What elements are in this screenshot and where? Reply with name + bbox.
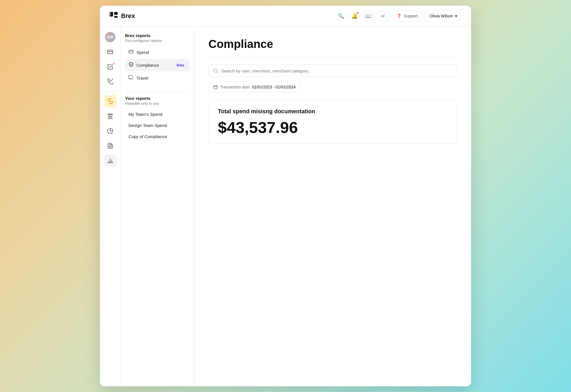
copy-compliance-label: Copy of Compliance <box>128 134 186 139</box>
travel-icon <box>128 75 134 81</box>
avatar: OW <box>105 32 115 42</box>
date-filter-value: 01/01/2023 - 01/01/2024 <box>252 85 296 89</box>
calendar-icon <box>213 85 218 89</box>
sidebar-icon-pie[interactable] <box>104 125 116 137</box>
ai-label: ai <box>381 13 385 18</box>
bookmark-icon: 📖 <box>365 13 371 19</box>
user-menu-button[interactable]: Olivia Wilson ▾ <box>425 10 462 22</box>
bookmarks-button[interactable]: 📖 <box>363 10 374 22</box>
body-layout: OW <box>100 26 471 386</box>
sidebar-item-compliance[interactable]: Compliance Beta <box>125 59 190 71</box>
logo-text: Brex <box>121 12 135 20</box>
chevron-down-icon: ▾ <box>455 14 457 18</box>
your-reports-title: Your reports <box>125 96 190 101</box>
your-reports-section: Your reports Viewable only to you My Tea… <box>120 96 194 142</box>
svg-marker-14 <box>107 114 112 115</box>
compliance-beta-badge: Beta <box>174 63 186 68</box>
sidebar-item-compliance-label: Compliance <box>136 63 172 68</box>
sidebar-nav-divider <box>125 91 190 91</box>
design-team-spend-label: Design Team Spend <box>128 123 186 128</box>
sidebar-nav: Brex reports Pre-configured reports Spen… <box>120 26 195 386</box>
brex-reports-section: Brex reports Pre-configured reports Spen… <box>120 33 194 84</box>
search-button[interactable]: 🔍 <box>335 10 347 22</box>
date-filter-label: Transaction date <box>220 85 250 89</box>
filter-row: Transaction date 01/01/2023 - 01/01/2024 <box>208 82 457 92</box>
sidebar-item-travel-label: Travel <box>136 76 186 80</box>
sidebar-icons: OW <box>100 26 120 386</box>
search-bar-icon <box>213 68 218 73</box>
svg-rect-2 <box>114 16 118 18</box>
question-icon: ❓ <box>397 14 401 18</box>
sidebar-icon-travel[interactable] <box>104 75 116 88</box>
sidebar-item-copy-compliance[interactable]: Copy of Compliance <box>125 131 190 142</box>
support-label: Support <box>404 14 418 18</box>
svg-point-8 <box>109 100 111 102</box>
page-title: Compliance <box>208 38 457 50</box>
sidebar-icon-chart[interactable] <box>104 154 116 167</box>
sidebar-icon-analytics[interactable] <box>104 95 116 108</box>
svg-point-23 <box>132 78 132 79</box>
brex-reports-title: Brex reports <box>125 33 190 38</box>
your-reports-subtitle: Viewable only to you <box>125 101 190 106</box>
brex-reports-subtitle: Pre-configured reports <box>125 39 190 43</box>
search-input[interactable] <box>221 68 453 73</box>
notification-button[interactable]: 🔔 <box>349 10 360 22</box>
user-name: Olivia Wilson <box>430 14 453 18</box>
sidebar-item-spend-label: Spend <box>136 50 186 55</box>
sidebar-divider-1 <box>104 91 116 92</box>
svg-rect-3 <box>110 13 111 13</box>
search-icon: 🔍 <box>338 13 344 19</box>
svg-point-25 <box>214 69 217 72</box>
svg-rect-27 <box>214 86 217 89</box>
header: Brex 🔍 🔔 📖 ai ❓ Support Olivia Wilson <box>100 6 471 26</box>
notification-badge <box>356 12 359 15</box>
app-window: Brex 🔍 🔔 📖 ai ❓ Support Olivia Wilson <box>100 6 471 386</box>
compliance-icon <box>128 62 134 68</box>
metrics-card: Total spend misisng documentation $43,53… <box>208 99 457 144</box>
my-team-spend-label: My Team's Spend <box>128 112 186 117</box>
task-notification-dot <box>112 62 115 64</box>
sidebar-item-design-team-spend[interactable]: Design Team Spend <box>125 120 190 131</box>
svg-rect-21 <box>129 50 133 53</box>
sidebar-icon-bank[interactable] <box>104 110 116 122</box>
main-content: Compliance Transaction date <box>195 26 471 386</box>
search-bar[interactable] <box>208 64 457 77</box>
page-title-divider <box>208 57 457 58</box>
svg-line-26 <box>217 72 218 72</box>
support-button[interactable]: ❓ Support <box>392 10 423 22</box>
sidebar-item-travel[interactable]: Travel <box>125 72 190 84</box>
logo-area: Brex <box>109 11 335 21</box>
svg-rect-4 <box>110 14 111 15</box>
sidebar-item-spend[interactable]: Spend <box>125 46 190 58</box>
ai-button[interactable]: ai <box>376 10 389 22</box>
metrics-card-title: Total spend misisng documentation <box>218 108 448 115</box>
date-filter-chip[interactable]: Transaction date 01/01/2023 - 01/01/2024 <box>208 82 300 92</box>
spend-icon <box>128 49 134 56</box>
brex-logo-icon <box>109 11 118 21</box>
metrics-amount: $43,537.96 <box>218 120 448 136</box>
header-actions: 🔍 🔔 📖 ai ❓ Support Olivia Wilson ▾ <box>335 10 462 22</box>
svg-rect-5 <box>107 50 112 54</box>
sidebar-icon-avatar[interactable]: OW <box>104 31 116 43</box>
sidebar-icon-invoices[interactable] <box>104 140 116 152</box>
sidebar-item-my-team-spend[interactable]: My Team's Spend <box>125 109 190 120</box>
svg-rect-1 <box>114 12 118 15</box>
sidebar-icon-tasks[interactable] <box>104 60 116 73</box>
sidebar-icon-cards[interactable] <box>104 46 116 58</box>
